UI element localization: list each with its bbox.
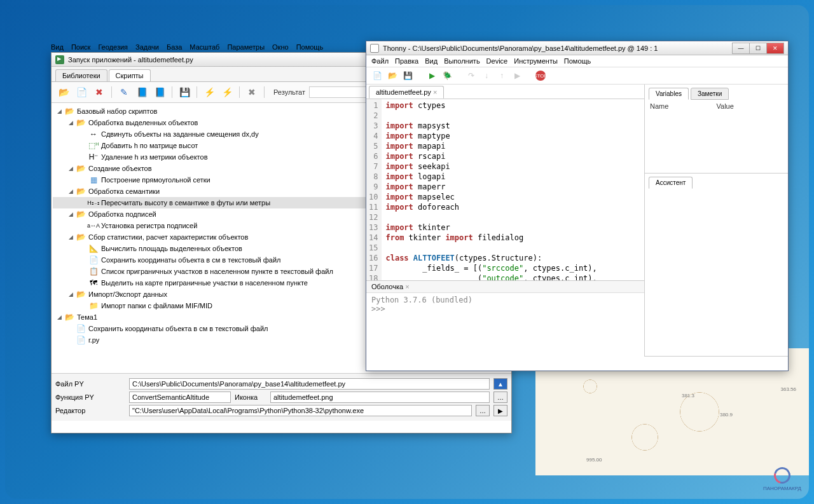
app-icon	[55, 55, 64, 64]
tree-item[interactable]: Вычислить площадь выделенных объектов	[101, 245, 242, 252]
mifески-icon: 📁	[88, 301, 99, 310]
step-over-icon[interactable]: ↷	[466, 70, 477, 81]
tab-close-icon[interactable]: ×	[433, 88, 437, 96]
file-py-input[interactable]	[129, 378, 490, 390]
select-icon: 🗺	[88, 278, 99, 287]
script-icon: ⬚ᴴ	[88, 141, 99, 150]
edit-icon[interactable]: ✎	[117, 85, 131, 99]
thonny-titlebar[interactable]: Thonny - C:\Users\Public\Documents\Panor…	[366, 41, 788, 55]
tree-item[interactable]: Сохранить координаты объекта в см в текс…	[101, 256, 280, 264]
resume-icon[interactable]: ▶	[511, 70, 523, 81]
tree-item[interactable]: Сохранить координаты объекта в см в текс…	[88, 325, 268, 332]
result-label: Результат	[273, 88, 305, 96]
tree-group[interactable]: Обработка подписей	[88, 210, 156, 218]
tree-group[interactable]: Обработка выделенных объектов	[88, 119, 198, 126]
new-file-icon[interactable]: 📄	[371, 70, 383, 81]
list-icon: 📋	[88, 267, 99, 276]
script-icon[interactable]: 📘	[135, 85, 149, 99]
main-menu: Вид Поиск Геодезия Задачи База Масштаб П…	[51, 43, 323, 51]
tree-group[interactable]: Сбор статистики, расчет характеристик об…	[88, 233, 248, 241]
tree-group[interactable]: Тема1	[77, 313, 97, 321]
menu-item[interactable]: Правка	[395, 57, 418, 65]
menu-item[interactable]: Помощь	[296, 43, 324, 51]
new-py-icon[interactable]: 📄	[74, 85, 88, 99]
menu-item[interactable]: Окно	[272, 43, 289, 51]
step-out-icon[interactable]: ↑	[496, 70, 507, 81]
tree-item[interactable]: Выделить на карте приграничные участки в…	[101, 279, 308, 287]
shell-body[interactable]: Python 3.7.6 (bundled) >>>	[366, 293, 644, 357]
stop-icon[interactable]: ✖	[245, 85, 259, 99]
run-icon[interactable]: ▶	[426, 70, 438, 81]
thonny-toolbar: 📄 📂 💾 ▶ 🪲 ↷ ↓ ↑ ▶ STOP	[366, 67, 788, 85]
shell-prompt: >>>	[371, 304, 639, 313]
tree-item[interactable]: Сдвинуть объекты на заданные смещения dx…	[101, 130, 259, 138]
thonny-icon	[370, 44, 379, 53]
icon-label: Иконка	[235, 393, 266, 401]
thonny-window: Thonny - C:\Users\Public\Documents\Panor…	[366, 41, 789, 371]
tree-group[interactable]: Импорт/Экспорт данных	[88, 290, 167, 298]
open-folder-icon[interactable]: 📂	[57, 85, 71, 99]
editor-tab[interactable]: altitudemetfeet.py ×	[369, 86, 444, 99]
open-file-icon[interactable]: 📂	[387, 70, 398, 81]
menu-item[interactable]: Поиск	[71, 43, 90, 51]
code-editor[interactable]: 12345678910111213141516171819 import cty…	[366, 99, 644, 280]
icon-picker-button[interactable]: …	[493, 392, 507, 403]
menu-item[interactable]: Device	[486, 57, 508, 65]
tree-root[interactable]: Базовый набор скриптов	[77, 107, 157, 115]
variables-tab[interactable]: Variables	[649, 88, 689, 100]
python-version: Python 3.7.6 (bundled)	[371, 296, 639, 304]
menu-item[interactable]: Файл	[371, 57, 389, 65]
editor-run-button[interactable]: ▶	[493, 405, 507, 416]
menu-item[interactable]: Инструменты	[514, 57, 558, 65]
script2-icon[interactable]: 📘	[153, 85, 167, 99]
grid-icon: ▦	[88, 175, 99, 184]
menu-item[interactable]: Геодезия	[98, 43, 128, 51]
menu-item[interactable]: Масштаб	[190, 43, 219, 51]
thonny-title: Thonny - C:\Users\Public\Documents\Panor…	[383, 44, 658, 52]
map-label: 363.56	[781, 386, 796, 392]
close-button[interactable]: ✕	[766, 43, 784, 54]
tree-item[interactable]: Список приграничных участков в населенно…	[101, 268, 333, 275]
menu-item[interactable]: Вид	[425, 57, 438, 65]
tree-item-selected[interactable]: Пересчитать высоту в семантике в футы ил…	[101, 199, 270, 207]
tree-item[interactable]: Добавить h по матрице высот	[101, 142, 198, 149]
delete-py-icon[interactable]: ✖	[92, 85, 106, 99]
menu-item[interactable]: Вид	[51, 43, 64, 51]
func-py-input[interactable]	[129, 392, 231, 403]
tree-group[interactable]: Обработка семантики	[88, 187, 160, 195]
folder-open-icon: 📂	[76, 210, 86, 219]
save-file-icon[interactable]: 💾	[402, 70, 413, 81]
editor-picker-button[interactable]: …	[476, 405, 490, 416]
step-into-icon[interactable]: ↓	[481, 70, 492, 81]
map-label: 381.3	[682, 393, 694, 398]
save-icon[interactable]: 💾	[177, 85, 191, 99]
tab-libraries[interactable]: Библиотеки	[55, 69, 107, 81]
minimize-button[interactable]: —	[732, 43, 750, 54]
run2-icon[interactable]: ⚡	[220, 85, 234, 99]
brand-logo: ПАНОРАМАКРД	[763, 467, 801, 491]
stop-icon[interactable]: STOP	[535, 71, 546, 81]
file-picker-button[interactable]: ▲	[493, 378, 507, 390]
menu-item[interactable]: Задачи	[135, 43, 159, 51]
editor-input[interactable]	[129, 405, 472, 416]
menu-item[interactable]: База	[167, 43, 182, 51]
tree-item[interactable]: г.ру	[88, 336, 99, 344]
run-icon[interactable]: ⚡	[202, 85, 216, 99]
menu-item[interactable]: Выполнить	[444, 57, 479, 65]
tree-group[interactable]: Создание объектов	[88, 165, 152, 172]
notes-tab[interactable]: Заметки	[691, 88, 729, 100]
tree-item[interactable]: Удаление h из метрики объектов	[101, 153, 208, 161]
area-icon: 📐	[88, 244, 99, 253]
icon-input[interactable]	[270, 392, 490, 403]
menu-item[interactable]: Помощь	[564, 57, 591, 65]
tab-scripts[interactable]: Скрипты	[109, 69, 151, 81]
tree-item[interactable]: Импорт папки с файлами MIF/MID	[101, 302, 212, 310]
file-py-label: Файл PY	[55, 380, 125, 388]
assistant-tab[interactable]: Ассистент	[649, 177, 693, 189]
shell-tab[interactable]: Оболочка	[371, 283, 403, 290]
tree-item[interactable]: Установка регистра подписей	[101, 222, 197, 229]
menu-item[interactable]: Параметры	[227, 43, 265, 51]
maximize-button[interactable]: ☐	[749, 43, 767, 54]
debug-icon[interactable]: 🪲	[441, 70, 453, 81]
tree-item[interactable]: Построение прямоугольной сетки	[101, 176, 210, 184]
